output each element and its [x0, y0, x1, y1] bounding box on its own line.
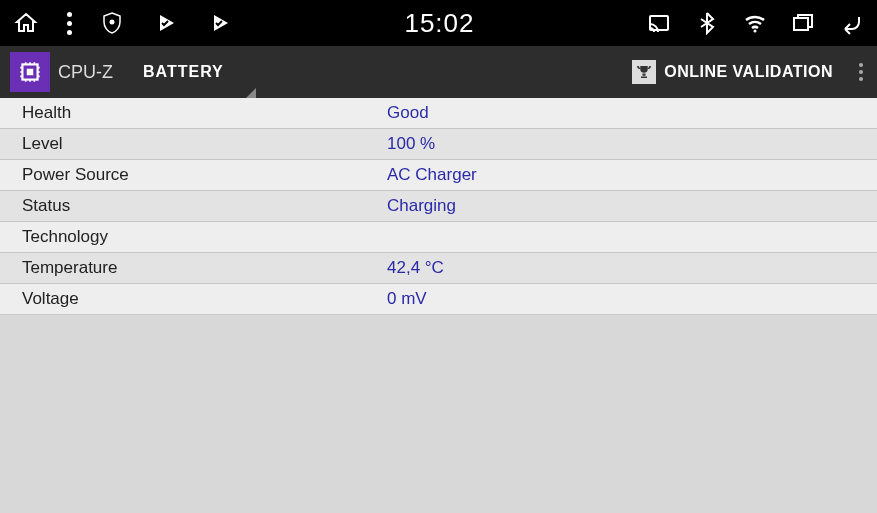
- shield-icon[interactable]: [98, 9, 126, 37]
- row-label: Temperature: [22, 258, 387, 278]
- row-value: 42,4 °C: [387, 258, 444, 278]
- row-value: Charging: [387, 196, 456, 216]
- play-check-icon-2[interactable]: [206, 9, 234, 37]
- svg-point-0: [110, 20, 115, 25]
- battery-info-list: Health Good Level 100 % Power Source AC …: [0, 98, 877, 315]
- android-statusbar: 15:02: [0, 0, 877, 46]
- row-value: 100 %: [387, 134, 435, 154]
- row-label: Voltage: [22, 289, 387, 309]
- back-icon[interactable]: [837, 9, 865, 37]
- home-icon[interactable]: [12, 9, 40, 37]
- row-status: Status Charging: [0, 191, 877, 222]
- app-title[interactable]: CPU-Z: [58, 62, 113, 83]
- row-value: Good: [387, 103, 429, 123]
- row-technology: Technology: [0, 222, 877, 253]
- row-value: AC Charger: [387, 165, 477, 185]
- online-validation-label: ONLINE VALIDATION: [664, 63, 833, 81]
- row-level: Level 100 %: [0, 129, 877, 160]
- app-toolbar: CPU-Z BATTERY ONLINE VALIDATION: [0, 46, 877, 98]
- tab-battery[interactable]: BATTERY: [135, 46, 232, 98]
- svg-point-2: [754, 30, 757, 33]
- overflow-menu-icon[interactable]: [855, 59, 867, 85]
- online-validation-button[interactable]: ONLINE VALIDATION: [632, 60, 833, 84]
- row-label: Power Source: [22, 165, 387, 185]
- row-temperature: Temperature 42,4 °C: [0, 253, 877, 284]
- play-check-icon[interactable]: [152, 9, 180, 37]
- row-label: Health: [22, 103, 387, 123]
- svg-rect-5: [27, 69, 34, 76]
- row-label: Level: [22, 134, 387, 154]
- trophy-icon: [632, 60, 656, 84]
- row-power-source: Power Source AC Charger: [0, 160, 877, 191]
- row-label: Technology: [22, 227, 387, 247]
- row-value: 0 mV: [387, 289, 427, 309]
- svg-rect-3: [794, 18, 808, 30]
- statusbar-clock: 15:02: [234, 8, 645, 39]
- tab-dropdown-indicator[interactable]: [246, 88, 256, 98]
- app-logo-icon[interactable]: [10, 52, 50, 92]
- bluetooth-icon[interactable]: [693, 9, 721, 37]
- row-voltage: Voltage 0 mV: [0, 284, 877, 315]
- row-label: Status: [22, 196, 387, 216]
- wifi-icon[interactable]: [741, 9, 769, 37]
- recents-icon[interactable]: [789, 9, 817, 37]
- cast-icon[interactable]: [645, 9, 673, 37]
- menu-dots-icon[interactable]: [66, 12, 72, 35]
- row-health: Health Good: [0, 98, 877, 129]
